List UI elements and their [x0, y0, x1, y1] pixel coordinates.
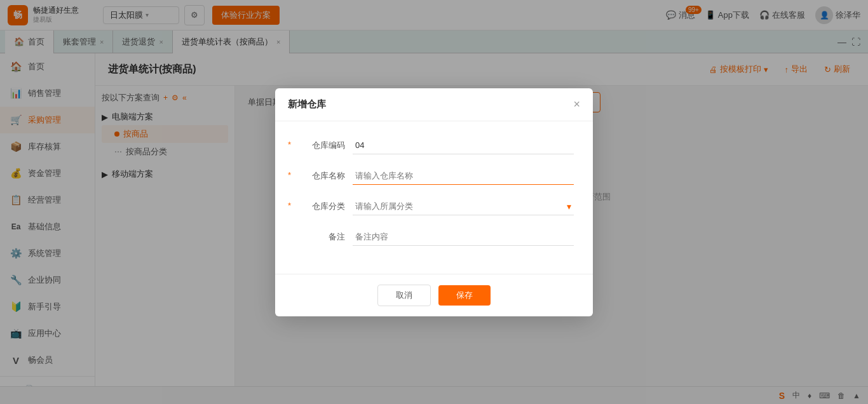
- form-row-name: 仓库名称: [294, 167, 574, 185]
- remark-input[interactable]: [353, 228, 574, 246]
- modal-title: 新增仓库: [288, 98, 326, 111]
- save-button[interactable]: 保存: [438, 285, 491, 306]
- code-label: 仓库编码: [294, 140, 345, 151]
- new-warehouse-modal: 新增仓库 × 仓库编码 仓库名称 仓库分类 ▾: [275, 88, 593, 316]
- category-select-wrap: ▾: [353, 198, 574, 215]
- modal-overlay[interactable]: 新增仓库 × 仓库编码 仓库名称 仓库分类 ▾: [0, 0, 868, 404]
- cancel-button[interactable]: 取消: [377, 285, 431, 306]
- form-row-code: 仓库编码: [294, 137, 574, 154]
- modal-body: 仓库编码 仓库名称 仓库分类 ▾ 备注: [275, 121, 593, 274]
- code-input[interactable]: [353, 137, 574, 154]
- name-input[interactable]: [353, 167, 574, 185]
- name-label: 仓库名称: [294, 170, 345, 182]
- form-row-remark: 备注: [294, 228, 574, 246]
- remark-label: 备注: [294, 231, 345, 243]
- modal-close-button[interactable]: ×: [573, 98, 580, 110]
- category-label: 仓库分类: [294, 201, 345, 212]
- modal-header: 新增仓库 ×: [275, 88, 593, 121]
- category-input[interactable]: [353, 198, 574, 215]
- modal-footer: 取消 保存: [275, 274, 593, 316]
- form-row-category: 仓库分类 ▾: [294, 198, 574, 215]
